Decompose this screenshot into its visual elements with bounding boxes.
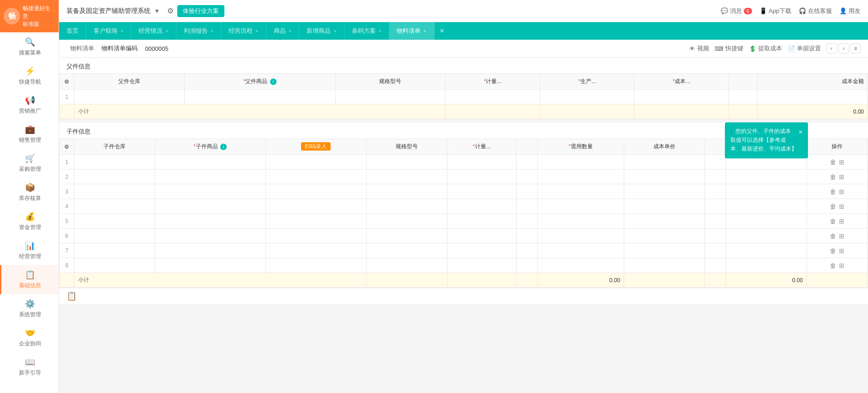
sidebar-item-marketing[interactable]: 📢 营销推广 xyxy=(0,91,59,120)
copy-icon-1[interactable]: ⊞ xyxy=(839,158,844,166)
child-row-6-cost-price[interactable] xyxy=(624,229,705,243)
scan-button[interactable]: 扫码录入 xyxy=(301,142,331,151)
tab-operation-close[interactable]: × xyxy=(165,28,168,34)
tab-barcode-close[interactable]: × xyxy=(379,28,381,34)
sidebar-item-inventory[interactable]: 📦 库存核算 xyxy=(0,178,59,207)
sidebar-logo[interactable]: 畅 畅捷通好生意 标准版 xyxy=(0,0,59,32)
child-row-7-product[interactable] xyxy=(155,243,266,258)
delete-icon-3[interactable]: 🗑 xyxy=(830,188,836,195)
parent-product-info-icon[interactable]: i xyxy=(270,79,277,85)
copy-icon-3[interactable]: ⊞ xyxy=(839,188,844,195)
tab-customer[interactable]: 客户联络 × xyxy=(86,22,131,40)
tab-barcode[interactable]: 条码方案 × xyxy=(344,22,389,40)
child-row-6-warehouse[interactable] xyxy=(74,229,155,243)
sidebar-item-collab[interactable]: 🤝 企业协同 xyxy=(0,323,59,352)
copy-icon-5[interactable]: ⊞ xyxy=(839,218,844,225)
child-row-2-product[interactable] xyxy=(155,169,266,184)
child-row-7-need-qty[interactable] xyxy=(537,243,624,258)
child-row-6-spec[interactable] xyxy=(366,229,447,243)
parent-cell-spec[interactable] xyxy=(335,90,446,104)
parent-cell-produce[interactable] xyxy=(540,90,634,104)
child-row-5-warehouse[interactable] xyxy=(74,214,155,229)
child-row-1-need-qty[interactable] xyxy=(537,155,624,169)
sidebar-item-sales[interactable]: 💼 销售管理 xyxy=(0,120,59,149)
child-row-5-cost-price[interactable] xyxy=(624,214,705,229)
delete-icon-2[interactable]: 🗑 xyxy=(830,173,836,181)
online-service-item[interactable]: 🎧 在线客服 xyxy=(799,7,832,15)
tab-bom-close[interactable]: × xyxy=(423,28,426,34)
copy-icon-7[interactable]: ⊞ xyxy=(839,247,844,254)
sidebar-item-system[interactable]: ⚙️ 系统管理 xyxy=(0,294,59,323)
child-row-5-spec[interactable] xyxy=(366,214,447,229)
child-row-2-spec[interactable] xyxy=(366,169,447,184)
tab-product[interactable]: 商品 × xyxy=(266,22,299,40)
child-row-2-amount[interactable] xyxy=(726,169,807,184)
delete-icon-6[interactable]: 🗑 xyxy=(830,232,836,240)
child-row-1-cost-price[interactable] xyxy=(624,155,705,169)
tab-history-close[interactable]: × xyxy=(255,28,258,34)
parent-cell-cost[interactable] xyxy=(634,90,729,104)
delete-icon-4[interactable]: 🗑 xyxy=(830,203,836,210)
child-row-8-need-qty[interactable] xyxy=(537,258,624,273)
tab-profit-close[interactable]: × xyxy=(211,28,213,34)
app-download-item[interactable]: 📱 App下载 xyxy=(760,7,791,15)
single-settings-action[interactable]: 📄 单据设置 xyxy=(788,44,821,53)
view-action[interactable]: 👁 视频 xyxy=(689,44,709,53)
tab-profit[interactable]: 利润报告 × xyxy=(176,22,221,40)
extract-cost-action[interactable]: 💲 提取成本 xyxy=(749,44,782,53)
parent-cell-warehouse[interactable] xyxy=(74,90,185,104)
trial-button[interactable]: 体验行业方案 xyxy=(177,5,224,17)
settings-icon[interactable]: ⚙ xyxy=(167,6,174,15)
child-row-6-qty[interactable] xyxy=(447,229,516,243)
child-row-5-qty[interactable] xyxy=(447,214,516,229)
nav-prev[interactable]: ‹ xyxy=(826,43,837,54)
message-item[interactable]: 💬 消息 6 xyxy=(721,7,752,15)
child-product-info-icon[interactable]: i xyxy=(220,144,227,150)
child-row-6-product[interactable] xyxy=(155,229,266,243)
child-col-settings[interactable]: ⚙ xyxy=(60,139,74,155)
tab-bom[interactable]: 物料清单 × xyxy=(389,22,434,40)
child-row-4-product[interactable] xyxy=(155,199,266,214)
child-row-4-qty[interactable] xyxy=(447,199,516,214)
child-row-3-product[interactable] xyxy=(155,184,266,199)
child-row-1-product[interactable] xyxy=(155,155,266,169)
tab-new-product-close[interactable]: × xyxy=(333,28,336,34)
breadcrumb-bom-list[interactable]: 物料清单 xyxy=(66,43,98,54)
child-row-4-warehouse[interactable] xyxy=(74,199,155,214)
child-row-6-amount[interactable] xyxy=(726,229,807,243)
child-col-scan[interactable]: 扫码录入 xyxy=(265,139,366,155)
parent-cell-amount[interactable] xyxy=(758,90,868,104)
nav-menu[interactable]: ≡ xyxy=(850,43,861,54)
child-row-3-warehouse[interactable] xyxy=(74,184,155,199)
child-row-1-spec[interactable] xyxy=(366,155,447,169)
delete-icon-7[interactable]: 🗑 xyxy=(830,247,836,254)
tab-product-close[interactable]: × xyxy=(289,28,291,34)
sidebar-item-finance[interactable]: 💰 资金管理 xyxy=(0,207,59,236)
child-row-5-amount[interactable] xyxy=(726,214,807,229)
child-row-1-warehouse[interactable] xyxy=(74,155,155,169)
close-all-tabs[interactable]: × xyxy=(434,22,450,40)
child-row-5-product[interactable] xyxy=(155,214,266,229)
child-row-4-cost-price[interactable] xyxy=(624,199,705,214)
child-row-8-cost-price[interactable] xyxy=(624,258,705,273)
child-row-5-need-qty[interactable] xyxy=(537,214,624,229)
copy-icon-2[interactable]: ⊞ xyxy=(839,173,844,181)
child-row-2-need-qty[interactable] xyxy=(537,169,624,184)
copy-icon-6[interactable]: ⊞ xyxy=(839,232,844,240)
dropdown-icon[interactable]: ▼ xyxy=(154,8,160,14)
shortcut-action[interactable]: ⌨ 快捷键 xyxy=(715,44,743,53)
parent-cell-qty[interactable] xyxy=(446,90,540,104)
child-row-4-need-qty[interactable] xyxy=(537,199,624,214)
tooltip-close-button[interactable]: × xyxy=(799,127,802,137)
copy-icon-8[interactable]: ⊞ xyxy=(839,262,844,269)
child-row-8-warehouse[interactable] xyxy=(74,258,155,273)
nav-next[interactable]: › xyxy=(838,43,849,54)
child-row-7-amount[interactable] xyxy=(726,243,807,258)
child-row-8-amount[interactable] xyxy=(726,258,807,273)
child-row-7-warehouse[interactable] xyxy=(74,243,155,258)
delete-icon-8[interactable]: 🗑 xyxy=(830,262,836,269)
tab-operation[interactable]: 经营情况 × xyxy=(131,22,176,40)
delete-icon-1[interactable]: 🗑 xyxy=(830,158,836,166)
child-row-3-spec[interactable] xyxy=(366,184,447,199)
child-row-3-need-qty[interactable] xyxy=(537,184,624,199)
